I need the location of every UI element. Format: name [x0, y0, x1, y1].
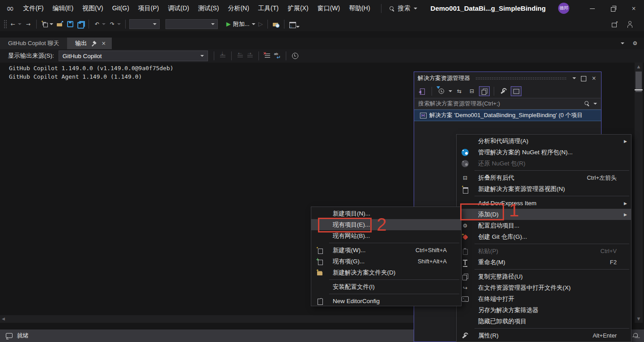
sync-with-active-document-button[interactable] [454, 86, 465, 96]
menubar-item-3[interactable]: 视图(V) [78, 0, 108, 17]
find-in-files-button[interactable] [271, 19, 280, 30]
menu-item-label: 粘贴(P) [478, 247, 498, 255]
goto-message-icon[interactable] [219, 52, 226, 59]
scroll-up-icon[interactable]: ▲ [635, 64, 643, 69]
window-position-icon[interactable] [572, 77, 576, 79]
scroll-down-icon[interactable]: ▼ [635, 317, 643, 321]
menubar-item-1[interactable]: 文件(F) [19, 0, 48, 17]
solution-explorer-titlebar[interactable]: 解决方案资源管理器 [414, 72, 601, 84]
tab-output[interactable]: 输出 [67, 38, 112, 49]
attach-run-button[interactable]: ▶ 附加... [225, 19, 256, 30]
show-all-files-button[interactable] [479, 86, 490, 96]
context-menu-item-9[interactable]: 配置启动项目... [457, 220, 631, 231]
horizontal-scrollbar[interactable]: ◀ [0, 315, 414, 323]
preview-icon [513, 88, 520, 95]
preview-selected-items-button[interactable] [511, 86, 521, 96]
save-button[interactable] [66, 19, 75, 30]
titlebar-search[interactable]: 搜索 [381, 4, 417, 13]
window-drag-grip[interactable] [475, 77, 567, 80]
redo-button[interactable] [108, 19, 122, 30]
new-project-button[interactable] [40, 19, 54, 30]
tab-github-copilot-chat[interactable]: GitHub Copilot 聊天 [0, 38, 67, 49]
maximize-icon[interactable] [580, 75, 587, 82]
open-file-button[interactable] [55, 19, 64, 30]
next-message-icon[interactable] [246, 52, 254, 59]
toolbar-grip[interactable] [4, 20, 7, 29]
timestamp-icon[interactable] [291, 52, 299, 60]
word-wrap-icon[interactable] [274, 52, 281, 59]
clear-all-icon[interactable] [264, 52, 271, 59]
context-menu-item-2[interactable]: 还原 NuGet 包(R) [457, 158, 631, 169]
context-menu-item-5[interactable]: 新建解决方案资源管理器视图(N) [457, 183, 631, 194]
add-submenu-item-8[interactable]: 安装配置文件(I) [311, 281, 461, 292]
scroll-left-icon[interactable]: ◀ [2, 317, 5, 321]
add-submenu-item-5[interactable]: 现有项(G)...Shift+Alt+A [311, 256, 461, 267]
menubar-item-7[interactable]: 测试(S) [194, 0, 224, 17]
undo-icon [93, 21, 101, 28]
close-button[interactable] [623, 0, 644, 17]
menubar-item-2[interactable]: 编辑(E) [48, 0, 78, 17]
chevron-down-icon[interactable] [593, 103, 597, 105]
context-menu-item-19[interactable]: 隐藏已卸载的项目 [457, 316, 631, 327]
toolbar-separator [258, 51, 259, 60]
attach-label: 附加... [233, 20, 250, 28]
chevron-down-icon[interactable] [449, 90, 452, 92]
previous-message-icon[interactable] [237, 52, 244, 59]
annotation-box-step2 [318, 218, 372, 232]
solution-platform-dropdown[interactable] [165, 19, 218, 29]
save-all-button[interactable] [76, 19, 85, 30]
pending-changes-filter-button[interactable] [436, 86, 447, 96]
menu-item-label: 折叠所有后代 [478, 174, 514, 182]
context-menu-item-4[interactable]: 折叠所有后代Ctrl+左箭头 [457, 172, 631, 183]
solution-node[interactable]: 解决方案 'Demo001_DataBinding_SimpleBinding'… [414, 110, 601, 121]
chevron-down-icon[interactable] [621, 42, 624, 44]
view-in-browser-button[interactable] [288, 19, 301, 30]
annotation-number-step1: 1 [509, 201, 519, 219]
add-submenu-item-10[interactable]: New EditorConfig [311, 296, 461, 307]
menu-icon-gutter [457, 316, 474, 327]
context-menu-item-18[interactable]: 另存为解决方案筛选器 [457, 304, 631, 316]
minimize-button[interactable] [582, 0, 603, 17]
navigate-forward-button[interactable] [24, 19, 33, 30]
menubar-item-11[interactable]: 窗口(W) [313, 0, 345, 17]
context-menu-item-16[interactable]: 在文件资源管理器中打开文件夹(X) [457, 282, 631, 293]
switch-views-button[interactable] [417, 86, 428, 96]
close-icon[interactable] [101, 41, 106, 46]
live-share-button[interactable] [625, 19, 634, 30]
pin-icon[interactable] [91, 41, 97, 46]
properties-button[interactable] [498, 86, 509, 96]
context-menu-item-21[interactable]: 属性(R)Alt+Enter [457, 330, 631, 341]
solution-configuration-dropdown[interactable] [129, 19, 160, 29]
document-icon [316, 298, 323, 305]
context-menu-item-13[interactable]: 重命名(M)F2 [457, 257, 631, 268]
navigate-back-button[interactable] [8, 19, 22, 30]
share-button[interactable] [610, 19, 619, 30]
menubar-item-6[interactable]: 调试(D) [164, 0, 194, 17]
menu-icon-gutter [457, 158, 474, 169]
context-menu-item-0[interactable]: 分析和代码清理(A)▶ [457, 135, 631, 147]
context-menu-item-12[interactable]: 粘贴(P)Ctrl+V [457, 245, 631, 257]
add-submenu-item-4[interactable]: 新建项(W)...Ctrl+Shift+A [311, 245, 461, 256]
menubar-item-12[interactable]: 帮助(H) [344, 0, 374, 17]
undo-button[interactable] [93, 19, 106, 30]
context-menu-item-10[interactable]: 创建 Git 仓库(G)... [457, 231, 631, 242]
context-menu-item-1[interactable]: 管理解决方案的 NuGet 程序包(N)... [457, 147, 631, 158]
restore-button[interactable] [603, 0, 623, 17]
add-submenu-item-6[interactable]: 新建解决方案文件夹(D) [311, 267, 461, 278]
vertical-scrollbar[interactable]: ▲ ▼ [635, 63, 643, 323]
close-icon[interactable] [590, 75, 597, 82]
menubar-item-5[interactable]: 项目(P) [134, 0, 164, 17]
collapse-all-button[interactable] [466, 86, 477, 96]
solution-explorer-search[interactable]: 搜索解决方案资源管理器(Ctrl+;) [415, 98, 601, 110]
menubar-item-9[interactable]: 工具(T) [254, 0, 283, 17]
notification-bell-icon[interactable] [631, 332, 639, 339]
menubar-item-8[interactable]: 分析(N) [224, 0, 254, 17]
start-without-debugging-button[interactable]: ▷ [258, 19, 264, 30]
gear-icon[interactable] [631, 40, 639, 47]
context-menu-item-17[interactable]: 在终端中打开 [457, 293, 631, 304]
account-avatar[interactable]: 德邦 [558, 3, 569, 14]
menubar-item-4[interactable]: Git(G) [108, 0, 134, 17]
context-menu-item-15[interactable]: 复制完整路径(U) [457, 271, 631, 282]
menubar-item-10[interactable]: 扩展(X) [283, 0, 313, 17]
output-source-dropdown[interactable]: GitHub Copilot [59, 51, 208, 61]
